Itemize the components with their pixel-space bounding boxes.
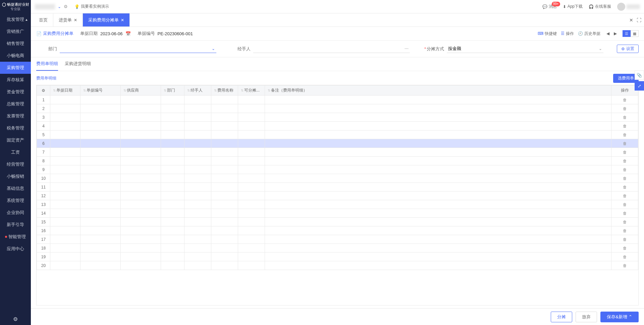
cell[interactable]: [265, 130, 611, 139]
cell[interactable]: [50, 218, 80, 226]
cell[interactable]: [184, 253, 211, 261]
cell[interactable]: [265, 209, 611, 218]
cell[interactable]: [238, 174, 265, 183]
cell[interactable]: [121, 139, 161, 148]
table-row[interactable]: 5🗑: [37, 130, 638, 139]
cell[interactable]: [184, 113, 211, 122]
history-button[interactable]: 🕘 历史单据: [578, 31, 600, 37]
delete-icon[interactable]: 🗑: [623, 211, 627, 216]
cell[interactable]: [238, 157, 265, 165]
nav-item-4[interactable]: 采购管理: [0, 62, 31, 74]
cell[interactable]: [121, 218, 161, 226]
attachment-button[interactable]: 📎: [635, 70, 644, 80]
cell[interactable]: [161, 261, 184, 270]
delete-icon[interactable]: 🗑: [623, 263, 627, 268]
cell[interactable]: [238, 148, 265, 157]
cell[interactable]: [50, 165, 80, 174]
delete-icon[interactable]: 🗑: [623, 115, 627, 120]
delete-icon[interactable]: 🗑: [623, 237, 627, 242]
cell[interactable]: [238, 165, 265, 174]
org-settings-icon[interactable]: ⚙: [64, 4, 68, 9]
operation-button[interactable]: ☰ 操作: [561, 31, 574, 37]
cell[interactable]: [184, 235, 211, 244]
col-date[interactable]: ⇅单据日期: [50, 86, 80, 96]
cell[interactable]: [184, 174, 211, 183]
table-row[interactable]: 9🗑: [37, 165, 638, 174]
cell[interactable]: [121, 253, 161, 261]
cell[interactable]: [211, 174, 238, 183]
cell[interactable]: [184, 122, 211, 130]
dept-input[interactable]: [60, 45, 216, 53]
cell[interactable]: [161, 218, 184, 226]
cell[interactable]: [211, 192, 238, 200]
cell[interactable]: [184, 165, 211, 174]
delete-icon[interactable]: 🗑: [623, 167, 627, 172]
nav-item-12[interactable]: 经营管理: [0, 158, 31, 170]
cell[interactable]: [80, 244, 121, 253]
cell[interactable]: [211, 139, 238, 148]
cell[interactable]: [265, 148, 611, 157]
detail-tab-0[interactable]: 费用单明细: [36, 57, 58, 71]
cell[interactable]: [211, 235, 238, 244]
cell[interactable]: [265, 218, 611, 226]
col-config[interactable]: ⚙: [37, 86, 50, 96]
nav-item-5[interactable]: 库存核算: [0, 74, 31, 86]
discard-button[interactable]: 放弃: [576, 312, 597, 322]
cell[interactable]: [121, 174, 161, 183]
cell[interactable]: [121, 183, 161, 192]
cell[interactable]: [50, 104, 80, 113]
cell[interactable]: [184, 104, 211, 113]
table-row[interactable]: 2🗑: [37, 104, 638, 113]
nav-item-1[interactable]: 营销推广: [0, 25, 31, 38]
cell[interactable]: [184, 183, 211, 192]
close-all-icon[interactable]: ✕: [629, 17, 633, 23]
cell[interactable]: [121, 113, 161, 122]
cell[interactable]: [265, 113, 611, 122]
cell[interactable]: [161, 130, 184, 139]
cell[interactable]: [50, 200, 80, 209]
cell[interactable]: [121, 157, 161, 165]
cell[interactable]: [265, 244, 611, 253]
cell[interactable]: [184, 148, 211, 157]
cell[interactable]: [184, 96, 211, 104]
cell[interactable]: [211, 253, 238, 261]
cell[interactable]: [80, 218, 121, 226]
chevron-down-icon[interactable]: ⌄: [212, 46, 215, 51]
gear-icon[interactable]: ⚙: [13, 316, 18, 322]
col-code[interactable]: ⇅单据编号: [80, 86, 121, 96]
cell[interactable]: [238, 113, 265, 122]
delete-icon[interactable]: 🗑: [623, 132, 627, 137]
cell[interactable]: [265, 165, 611, 174]
cell[interactable]: [121, 244, 161, 253]
col-feename[interactable]: ⇅费用名称: [211, 86, 238, 96]
nav-item-8[interactable]: 发票管理: [0, 110, 31, 122]
cell[interactable]: [161, 165, 184, 174]
nav-item-3[interactable]: 小畅电商: [0, 50, 31, 62]
cell[interactable]: [161, 226, 184, 235]
cell[interactable]: [184, 218, 211, 226]
org-selector[interactable]: ⌄ ⚙: [35, 4, 68, 9]
cell[interactable]: [161, 104, 184, 113]
demo-link[interactable]: 💡 我要看实例演示: [74, 4, 109, 9]
cell[interactable]: [184, 192, 211, 200]
app-download-button[interactable]: ⬇ App下载: [563, 4, 583, 9]
table-row[interactable]: 4🗑: [37, 122, 638, 130]
cell[interactable]: [211, 148, 238, 157]
cell[interactable]: [121, 261, 161, 270]
cell[interactable]: [238, 253, 265, 261]
cell[interactable]: [80, 235, 121, 244]
cell[interactable]: [50, 244, 80, 253]
calendar-icon[interactable]: 📅: [125, 31, 131, 36]
online-service-button[interactable]: 🎧 在线客服: [589, 4, 611, 9]
cell[interactable]: [80, 139, 121, 148]
table-row[interactable]: 7🗑: [37, 148, 638, 157]
cell[interactable]: [211, 261, 238, 270]
alloc-input-wrap[interactable]: ⌄: [447, 45, 603, 53]
nav-item-10[interactable]: 固定资产: [0, 134, 31, 146]
next-arrow[interactable]: ▶: [612, 30, 619, 37]
table-row[interactable]: 17🗑: [37, 235, 638, 244]
cell[interactable]: [50, 183, 80, 192]
cell[interactable]: [238, 96, 265, 104]
delete-icon[interactable]: 🗑: [623, 255, 627, 259]
tab-0[interactable]: 首页: [34, 13, 53, 26]
